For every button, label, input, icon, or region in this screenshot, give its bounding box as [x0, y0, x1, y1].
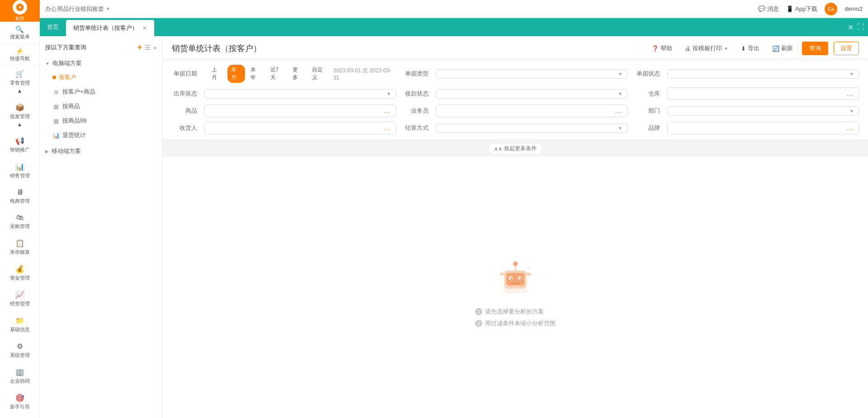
collapse-scheme-btn[interactable]: «	[153, 44, 157, 51]
query-button[interactable]: 查询	[802, 42, 828, 55]
date-filter-control: 上月本月本年近7天更多自定义 2023-03-01 至 2023-03-31	[204, 65, 396, 83]
sidebar-item-appstore[interactable]: 🔲 应用中心	[10, 415, 30, 418]
product-select[interactable]: ...	[204, 104, 396, 117]
salesperson-ellipsis[interactable]: ...	[615, 107, 623, 115]
scheme-item-returns[interactable]: 📊 退货统计	[40, 128, 162, 142]
print-arrow-icon: ▼	[724, 46, 728, 51]
out-status-control: ▼	[204, 89, 396, 99]
receipt-status-label: 收款状态	[403, 90, 429, 98]
date-tab-last_month[interactable]: 上月	[208, 65, 226, 83]
svg-point-11	[501, 265, 503, 267]
tenant-selector[interactable]: 办公用品行业模拟账套 ▼	[45, 5, 110, 13]
sidebar-quicknav[interactable]: ⚡ 快捷导航	[0, 44, 39, 65]
dept-label: 部门	[635, 107, 660, 115]
sidebar-item-finance[interactable]: 💰 资金管理	[10, 260, 30, 286]
export-btn[interactable]: ⬇ 导出	[737, 43, 763, 54]
sidebar-item-retail[interactable]: 🛒 零售管理 ▲	[10, 65, 30, 99]
date-tab-custom[interactable]: 自定义	[308, 65, 331, 83]
app-logo[interactable]: 标胜	[0, 0, 40, 22]
help-btn[interactable]: ❓ 帮助	[648, 43, 676, 54]
svg-rect-9	[500, 273, 505, 276]
tab-home-label: 首页	[47, 23, 59, 31]
scheme-item-by-product[interactable]: ▦ 按商品	[40, 99, 162, 114]
consignee-control: ...	[204, 122, 396, 134]
scheme-item-by-customer-product[interactable]: ⊞ 按客户+商品	[40, 85, 162, 99]
date-tabs: 上月本月本年近7天更多自定义	[208, 65, 331, 83]
edit-scheme-btn[interactable]: ☰	[145, 44, 151, 51]
warehouse-ellipsis[interactable]: ...	[847, 90, 854, 98]
sales-label: 销售管理	[10, 172, 30, 179]
type-select[interactable]: ▼	[436, 69, 627, 79]
tab-home[interactable]: 首页	[40, 18, 66, 36]
add-scheme-btn[interactable]: +	[137, 43, 142, 52]
message-btn[interactable]: 💬 消息	[758, 5, 779, 13]
consignee-ellipsis[interactable]: ...	[384, 124, 391, 132]
sidebar-item-sales[interactable]: 📊 销售管理	[10, 158, 30, 184]
scheme-item-by-customer[interactable]: 按客户	[40, 70, 162, 85]
receipt-status-select[interactable]: ▼	[436, 89, 627, 99]
scheme-item-icon-by-customer-product: ⊞	[52, 88, 60, 95]
system-label: 系统管理	[10, 352, 30, 359]
sidebar-item-newuser[interactable]: 🎯 新手引导	[10, 389, 30, 415]
date-tab-this_year[interactable]: 本年	[247, 65, 264, 83]
user-avatar[interactable]: Ea	[825, 3, 837, 15]
brand-select[interactable]: ...	[667, 122, 859, 134]
tip-num-1: 1	[475, 308, 482, 315]
out-status-label: 出库状态	[172, 90, 197, 98]
app-download-btn[interactable]: 📱 App下载	[786, 5, 817, 13]
scheme-item-by-product-99[interactable]: ▦ 按商品99	[40, 114, 162, 128]
status-select[interactable]: ▼	[667, 69, 859, 79]
svg-point-5	[510, 278, 512, 280]
collapse-button[interactable]: ∧∧ 收起更多条件	[488, 143, 542, 154]
print-btn[interactable]: 🖨 按模板打印 ▼	[681, 43, 732, 54]
tenant-chevron-icon: ▼	[106, 6, 110, 11]
scheme-group-header-电脑端方案[interactable]: ▼ 电脑端方案	[40, 57, 162, 70]
sidebar-item-enterprise[interactable]: 🏢 企业协同	[10, 363, 30, 389]
scheme-item-label-by-customer: 按客户	[59, 73, 76, 81]
tab-sales-stats-close[interactable]: ✕	[142, 25, 147, 31]
page-header: 销货单统计表（按客户） ❓ 帮助 🖨 按模板打印 ▼ ⬇ 导出	[163, 36, 868, 59]
scheme-panel-actions: + ☰ «	[137, 43, 157, 52]
finance-icon: 💰	[15, 265, 24, 273]
salesperson-select[interactable]: ...	[436, 104, 627, 117]
out-status-select[interactable]: ▼	[204, 89, 396, 99]
right-content: 销货单统计表（按客户） ❓ 帮助 🖨 按模板打印 ▼ ⬇ 导出	[163, 36, 868, 418]
product-ellipsis[interactable]: ...	[384, 107, 391, 115]
settlement-chevron-icon: ▼	[618, 126, 623, 131]
sidebar-search[interactable]: 🔍 搜索菜单	[0, 22, 39, 44]
warehouse-select[interactable]: ...	[667, 87, 859, 100]
page-title: 销货单统计表（按客户）	[172, 43, 261, 54]
wholesale-arrow-icon: ▲	[17, 121, 23, 128]
sidebar-item-wholesale[interactable]: 📦 批发管理 ▲	[10, 99, 30, 132]
brand-ellipsis[interactable]: ...	[847, 124, 854, 132]
date-tab-last_7[interactable]: 近7天	[267, 65, 288, 83]
tab-sales-stats[interactable]: 销货单统计表（按客户） ✕	[66, 20, 154, 36]
page-actions: ❓ 帮助 🖨 按模板打印 ▼ ⬇ 导出 🔄 刷新	[648, 42, 859, 55]
sidebar-item-basic[interactable]: 📁 基础信息	[10, 312, 30, 337]
filter-row-4: 收货人 ... 结算方式 ▼ 品牌	[172, 122, 859, 134]
scheme-item-icon-returns: 📊	[52, 132, 60, 139]
settings-button[interactable]: 设置	[834, 42, 859, 55]
group-label: 移动端方案	[52, 147, 81, 155]
sidebar-item-purchase[interactable]: 🛍 采购管理	[10, 209, 30, 234]
date-tab-more[interactable]: 更多	[289, 65, 307, 83]
sidebar-item-inventory[interactable]: 📋 库存核算	[10, 234, 30, 260]
svg-point-12	[528, 267, 530, 269]
dept-select[interactable]: ▼	[667, 106, 859, 116]
sidebar-item-marketing[interactable]: 📢 营销推广	[10, 132, 30, 158]
marketing-icon: 📢	[15, 137, 24, 145]
date-tab-this_month[interactable]: 本月	[227, 65, 245, 83]
sidebar-item-operations[interactable]: 📈 经营管理	[10, 286, 30, 312]
consignee-select[interactable]: ...	[204, 122, 396, 134]
download-label: App下载	[795, 5, 817, 13]
refresh-icon: 🔄	[772, 45, 779, 52]
top-header: 办公用品行业模拟账套 ▼ 💬 消息 📱 App下载 Ea demo2	[40, 0, 868, 18]
close-window-icon[interactable]: ✕	[848, 23, 854, 32]
maximize-window-icon[interactable]: ⛶	[857, 23, 864, 32]
refresh-btn[interactable]: 🔄 刷新	[769, 43, 797, 54]
scheme-group-header-移动端方案[interactable]: ▶ 移动端方案	[40, 144, 162, 158]
sidebar-item-system[interactable]: ⚙ 系统管理	[10, 337, 30, 363]
settlement-select[interactable]: ▼	[436, 124, 627, 133]
retail-icon: 🛒	[15, 70, 24, 78]
sidebar-item-ecommerce[interactable]: 🖥 电商管理	[10, 184, 30, 209]
